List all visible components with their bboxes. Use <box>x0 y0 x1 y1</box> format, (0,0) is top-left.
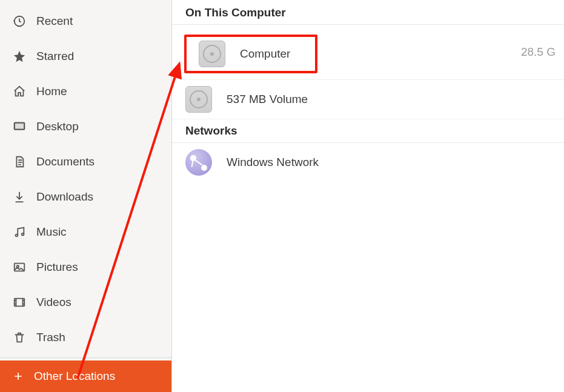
sidebar-item-videos[interactable]: Videos <box>0 285 171 320</box>
sidebar-separator <box>0 357 171 358</box>
location-label: 537 MB Volume <box>227 93 558 106</box>
music-icon <box>12 225 27 239</box>
home-icon <box>12 84 27 99</box>
svg-rect-2 <box>15 123 25 130</box>
section-header-networks: Networks <box>172 119 564 143</box>
sidebar-item-label: Pictures <box>36 261 78 274</box>
trash-icon <box>12 330 27 345</box>
sidebar-item-music[interactable]: Music <box>0 214 171 250</box>
sidebar-item-label: Documents <box>36 155 95 168</box>
sidebar-item-documents[interactable]: Documents <box>0 144 171 179</box>
sidebar-item-recent[interactable]: Recent <box>0 4 171 39</box>
sidebar-item-label: Music <box>36 225 67 239</box>
sidebar-item-downloads[interactable]: Downloads <box>0 179 171 214</box>
svg-point-3 <box>16 234 18 237</box>
harddisk-icon <box>185 86 212 113</box>
downloads-icon <box>12 190 27 204</box>
sidebar-item-label: Home <box>36 85 67 98</box>
recent-icon <box>12 14 27 28</box>
sidebar-item-starred[interactable]: Starred <box>0 39 171 74</box>
sidebar-item-trash[interactable]: Trash <box>0 320 171 355</box>
sidebar-list: Recent Starred Home Desktop Documents <box>0 0 171 360</box>
harddisk-icon <box>199 41 225 67</box>
plus-icon <box>12 370 24 382</box>
sidebar-item-label: Starred <box>36 50 74 63</box>
main-panel: On This Computer Computer 28.5 G 537 MB … <box>172 0 564 392</box>
pictures-icon <box>12 260 27 274</box>
sidebar-item-label: Videos <box>36 296 71 309</box>
sidebar-item-desktop[interactable]: Desktop <box>0 109 171 144</box>
location-row-computer[interactable]: Computer <box>184 35 317 73</box>
sidebar-item-label: Desktop <box>36 120 79 133</box>
location-label: Computer <box>240 47 309 61</box>
sidebar-item-other-locations[interactable]: Other Locations <box>0 360 171 392</box>
location-row-windows-network[interactable]: Windows Network <box>172 143 564 182</box>
star-icon <box>12 49 27 64</box>
sidebar-item-label: Recent <box>36 15 73 28</box>
svg-point-4 <box>22 233 24 236</box>
section-header-computer: On This Computer <box>172 1 564 25</box>
sidebar-footer-label: Other Locations <box>34 370 115 383</box>
desktop-icon <box>12 119 27 134</box>
location-row-volume[interactable]: 537 MB Volume <box>172 80 564 119</box>
videos-icon <box>12 295 27 310</box>
documents-icon <box>12 154 27 169</box>
sidebar-item-label: Trash <box>36 331 65 344</box>
location-label: Windows Network <box>227 156 558 169</box>
sidebar: Recent Starred Home Desktop Documents <box>0 0 172 392</box>
location-size: 28.5 G <box>521 45 558 59</box>
sidebar-item-label: Downloads <box>36 190 93 204</box>
sidebar-item-pictures[interactable]: Pictures <box>0 250 171 285</box>
sidebar-item-home[interactable]: Home <box>0 74 171 109</box>
network-icon <box>185 149 212 176</box>
